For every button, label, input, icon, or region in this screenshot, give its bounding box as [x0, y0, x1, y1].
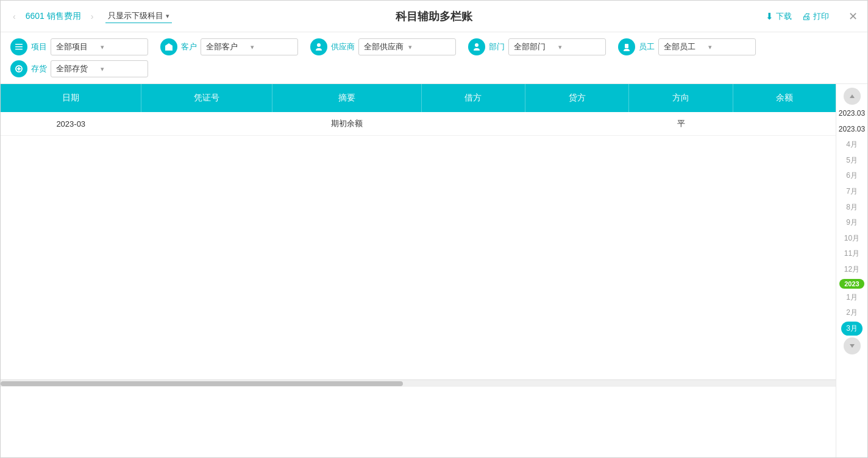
- scroll-thumb[interactable]: [1, 381, 403, 386]
- nav-next-button[interactable]: ›: [88, 10, 96, 23]
- timeline-down-button[interactable]: [844, 337, 861, 354]
- col-debit: 借方: [421, 84, 525, 112]
- customer-label: 客户: [181, 41, 197, 52]
- timeline-item-10[interactable]: 10月: [836, 231, 867, 247]
- account-nav: ‹ 6601 销售费用 ›: [10, 10, 96, 23]
- filter-item-employee: 员工 全部员工 ▾: [618, 38, 756, 55]
- show-sub-arrow-icon: ▾: [166, 12, 169, 20]
- timeline-item-0[interactable]: 2023.03: [836, 106, 867, 122]
- cell-date: 2023-03: [1, 112, 141, 136]
- project-select[interactable]: 全部项目 ▾: [51, 38, 148, 55]
- download-icon: ⬇: [766, 11, 774, 22]
- filter-bar: 项目 全部项目 ▾ 客户 全部客户 ▾: [1, 32, 867, 84]
- department-select[interactable]: 全部部门 ▾: [508, 38, 606, 55]
- employee-select[interactable]: 全部员工 ▾: [658, 38, 756, 55]
- svg-point-5: [475, 43, 478, 47]
- col-voucher: 凭证号: [141, 84, 272, 112]
- cell-summary: 期初余额: [272, 112, 421, 136]
- close-button[interactable]: ✕: [848, 10, 858, 23]
- timeline-item-9[interactable]: 9月: [836, 215, 867, 231]
- timeline-up-button[interactable]: [844, 88, 861, 105]
- svg-rect-3: [168, 48, 170, 51]
- cell-direction: 平: [629, 112, 733, 136]
- cell-debit: [421, 112, 525, 136]
- employee-value: 全部员工: [664, 41, 706, 52]
- timeline-item-6[interactable]: 6月: [836, 168, 867, 184]
- col-summary: 摘要: [272, 84, 421, 112]
- timeline-panel: 2023.03 2023.03 4月 5月 6月 7月 8月 9月 10月 11…: [836, 84, 867, 457]
- svg-rect-6: [625, 44, 628, 48]
- supplier-label: 供应商: [331, 41, 355, 52]
- svg-rect-2: [15, 49, 23, 50]
- table-area: 日期 凭证号 摘要 借方 贷方 方向 余额 2023-03期初余额平: [1, 84, 836, 457]
- filter-item-project: 项目 全部项目 ▾: [10, 38, 148, 55]
- employee-label: 员工: [639, 41, 655, 52]
- timeline-item-m1[interactable]: 1月: [836, 290, 867, 306]
- project-value: 全部项目: [56, 41, 98, 52]
- title-actions: ⬇ 下载 🖨 打印 ✕: [766, 10, 858, 23]
- download-button[interactable]: ⬇ 下载: [766, 11, 792, 22]
- employee-select-arrow-icon: ▾: [708, 43, 750, 51]
- inventory-select-arrow-icon: ▾: [101, 65, 143, 73]
- download-label: 下载: [776, 11, 792, 22]
- timeline-item-12[interactable]: 12月: [836, 262, 867, 278]
- customer-select[interactable]: 全部客户 ▾: [201, 38, 298, 55]
- timeline-item-5[interactable]: 5月: [836, 153, 867, 169]
- inventory-value: 全部存货: [56, 63, 98, 74]
- filter-item-supplier: 供应商 全部供应商 ▾: [310, 38, 456, 55]
- col-credit: 贷方: [525, 84, 628, 112]
- cell-voucher: [141, 112, 272, 136]
- table-body: 2023-03期初余额平: [1, 112, 836, 136]
- department-select-arrow-icon: ▾: [558, 43, 600, 51]
- print-icon: 🖨: [802, 11, 811, 21]
- main-window: ‹ 6601 销售费用 › 只显示下级科目 ▾ 科目辅助多栏账 ⬇ 下载 🖨 打…: [0, 0, 868, 458]
- table-header-row: 日期 凭证号 摘要 借方 贷方 方向 余额: [1, 84, 836, 112]
- supplier-select[interactable]: 全部供应商 ▾: [358, 38, 456, 55]
- employee-icon: [618, 38, 635, 55]
- department-icon: [468, 38, 485, 55]
- show-sub-label: 只显示下级科目: [108, 10, 163, 21]
- col-direction: 方向: [629, 84, 733, 112]
- svg-rect-1: [15, 46, 23, 48]
- filter-item-customer: 客户 全部客户 ▾: [160, 38, 298, 55]
- svg-rect-0: [15, 44, 23, 45]
- department-label: 部门: [489, 41, 505, 52]
- project-select-arrow-icon: ▾: [101, 43, 143, 51]
- customer-value: 全部客户: [206, 41, 248, 52]
- project-icon: [10, 38, 27, 55]
- timeline-item-8[interactable]: 8月: [836, 200, 867, 216]
- supplier-icon: [310, 38, 327, 55]
- show-sub-dropdown[interactable]: 只显示下级科目 ▾: [105, 9, 172, 23]
- supplier-select-arrow-icon: ▾: [408, 43, 450, 51]
- horizontal-scrollbar[interactable]: [1, 379, 836, 387]
- timeline-item-11[interactable]: 11月: [836, 246, 867, 262]
- timeline-item-4[interactable]: 4月: [836, 137, 867, 153]
- col-date: 日期: [1, 84, 141, 112]
- year-badge: 2023: [839, 279, 864, 289]
- page-title: 科目辅助多栏账: [396, 9, 472, 24]
- cell-balance: [733, 112, 836, 136]
- timeline-item-1[interactable]: 2023.03: [836, 122, 867, 138]
- timeline-item-7[interactable]: 7月: [836, 184, 867, 200]
- svg-point-4: [317, 43, 321, 47]
- customer-icon: [160, 38, 177, 55]
- cell-credit: [525, 112, 628, 136]
- timeline-item-m2[interactable]: 2月: [836, 305, 867, 321]
- print-label: 打印: [813, 11, 829, 22]
- inventory-select[interactable]: 全部存货 ▾: [51, 60, 148, 77]
- table-row[interactable]: 2023-03期初余额平: [1, 112, 836, 136]
- project-label: 项目: [31, 41, 47, 52]
- filter-item-department: 部门 全部部门 ▾: [468, 38, 606, 55]
- inventory-label: 存货: [31, 63, 47, 74]
- account-code-label: 6601 销售费用: [22, 10, 85, 23]
- col-balance: 余额: [733, 84, 836, 112]
- supplier-value: 全部供应商: [364, 41, 406, 52]
- data-table: 日期 凭证号 摘要 借方 贷方 方向 余额 2023-03期初余额平: [1, 84, 836, 136]
- nav-prev-button[interactable]: ‹: [10, 10, 18, 23]
- print-button[interactable]: 🖨 打印: [802, 11, 829, 22]
- customer-select-arrow-icon: ▾: [251, 43, 293, 51]
- department-value: 全部部门: [514, 41, 556, 52]
- filter-item-inventory: 存货 全部存货 ▾: [10, 60, 148, 77]
- inventory-icon: [10, 60, 27, 77]
- timeline-item-m3[interactable]: 3月: [841, 322, 863, 336]
